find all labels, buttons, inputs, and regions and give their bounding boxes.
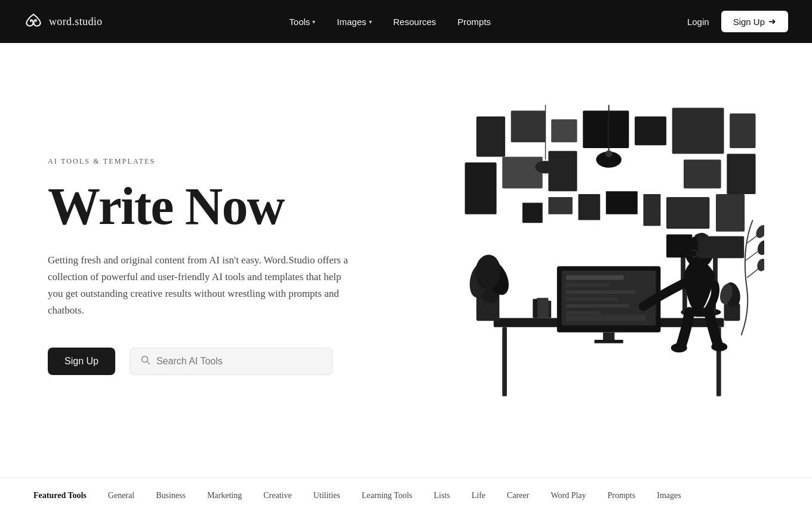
hero-content: AI TOOLS & TEMPLATES Write Now Getting f… [48,145,442,375]
svg-line-1 [147,362,149,364]
svg-rect-12 [684,159,721,188]
svg-rect-30 [603,332,614,340]
nav-resources[interactable]: Resources [385,12,445,32]
tab-learning-tools[interactable]: Learning Tools [352,486,422,505]
svg-point-42 [671,343,687,352]
svg-point-66 [756,239,764,256]
tab-career[interactable]: Career [497,486,539,505]
login-button[interactable]: Login [678,12,719,32]
svg-rect-25 [566,283,609,287]
nav-tools[interactable]: Tools ▾ [281,12,324,32]
svg-rect-62 [579,194,601,220]
tab-lists[interactable]: Lists [425,486,460,505]
navbar: word.studio Tools ▾ Images ▾ Resources P… [0,0,812,43]
tools-chevron-icon: ▾ [312,19,315,25]
svg-rect-3 [511,110,546,142]
images-chevron-icon: ▾ [369,19,372,25]
signup-arrow-icon: ➜ [768,16,776,27]
svg-rect-57 [716,194,745,232]
nav-links: Tools ▾ Images ▾ Resources Prompts [281,12,499,32]
tab-word-play[interactable]: Word Play [541,486,595,505]
svg-rect-2 [476,116,505,156]
hero-section: AI TOOLS & TEMPLATES Write Now Getting f… [0,43,812,477]
svg-point-18 [535,161,556,173]
svg-rect-31 [595,340,623,343]
svg-rect-27 [566,297,618,300]
hero-title: Write Now [48,180,442,233]
svg-rect-4 [551,119,577,142]
svg-rect-5 [583,110,629,148]
svg-rect-8 [730,113,755,148]
tab-general[interactable]: General [99,486,144,505]
svg-rect-59 [698,236,744,258]
hero-actions: Sign Up [48,348,442,375]
svg-point-16 [605,150,613,157]
hero-description: Getting fresh and original content from … [48,252,358,319]
tab-marketing[interactable]: Marketing [198,486,251,505]
svg-rect-34 [533,299,537,318]
svg-rect-33 [537,297,548,318]
category-tabs: Featured ToolsGeneralBusinessMarketingCr… [0,477,812,513]
signup-hero-button[interactable]: Sign Up [48,348,115,375]
tab-images[interactable]: Images [647,486,690,505]
svg-rect-29 [566,311,601,314]
svg-rect-28 [566,304,629,308]
svg-rect-60 [522,202,543,223]
tab-life[interactable]: Life [462,486,495,505]
signup-nav-button[interactable]: Sign Up ➜ [721,11,788,32]
hero-illustration [442,93,764,428]
tab-featured-tools[interactable]: Featured Tools [24,486,96,505]
tab-creative[interactable]: Creative [254,486,301,505]
svg-point-43 [711,342,727,351]
tab-prompts[interactable]: Prompts [598,486,645,505]
illustration-svg [442,93,764,428]
svg-rect-58 [666,234,692,257]
svg-rect-7 [672,107,724,153]
tab-utilities[interactable]: Utilities [304,486,350,505]
svg-rect-56 [666,196,709,228]
svg-rect-64 [644,194,661,226]
nav-actions: Login Sign Up ➜ [678,11,788,32]
svg-rect-20 [502,327,507,396]
logo[interactable]: word.studio [24,12,102,31]
svg-rect-13 [727,153,755,194]
logo-text: word.studio [49,16,102,28]
nav-prompts[interactable]: Prompts [449,12,499,32]
svg-rect-9 [465,162,497,214]
svg-rect-63 [606,191,638,214]
svg-rect-26 [566,290,635,294]
tab-business[interactable]: Business [146,486,195,505]
search-bar[interactable] [130,348,333,375]
search-input[interactable] [156,356,321,367]
svg-rect-61 [548,196,573,214]
search-icon [141,355,150,367]
logo-icon [24,12,43,31]
hero-eyebrow: AI TOOLS & TEMPLATES [48,157,442,166]
svg-rect-10 [502,156,543,188]
svg-rect-24 [566,275,623,280]
svg-rect-35 [565,315,646,321]
nav-images[interactable]: Images ▾ [328,12,380,32]
svg-rect-6 [635,116,666,145]
